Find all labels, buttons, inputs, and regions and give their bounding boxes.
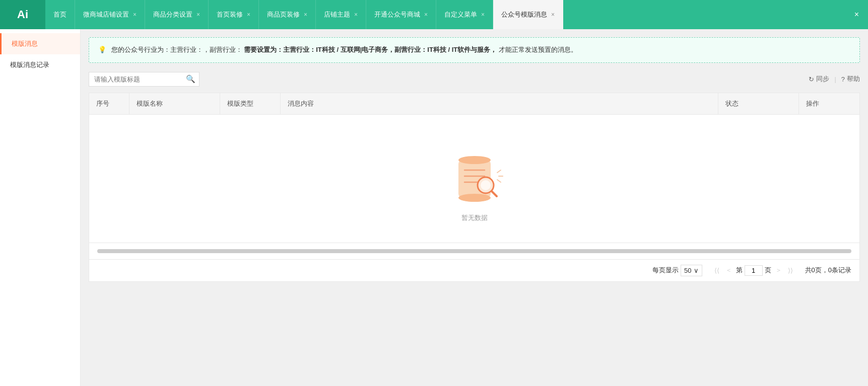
notice-icon: 💡 [98, 46, 106, 53]
col-header-type: 模版类型 [220, 93, 281, 114]
svg-line-10 [497, 170, 501, 173]
sync-button[interactable]: ↻ 同步 [809, 74, 829, 84]
tab-mall[interactable]: 开通公众号商城 × [366, 0, 436, 29]
prev-page-button[interactable]: ＜ [723, 265, 734, 276]
app-logo: Ai [0, 0, 45, 29]
svg-line-9 [492, 191, 497, 196]
sidebar-item-template-msg[interactable]: 模版消息 [0, 33, 80, 54]
tab-category[interactable]: 商品分类设置 × [145, 0, 209, 29]
search-input-wrap: 🔍 [89, 72, 199, 87]
sync-icon: ↻ [809, 75, 814, 83]
toolbar: 🔍 ↻ 同步 | ? 帮助 [89, 72, 860, 87]
main-content: 💡 您的公众号行业为：主营行业：，副营行业： 需要设置为：主营行业：IT科技 /… [81, 29, 868, 386]
close-tab-theme[interactable]: × [354, 11, 358, 18]
close-all-tabs-button[interactable]: × [845, 0, 868, 29]
notice-box: 💡 您的公众号行业为：主营行业：，副营行业： 需要设置为：主营行业：IT科技 /… [89, 37, 860, 63]
search-input[interactable] [89, 72, 199, 87]
toolbar-right: ↻ 同步 | ? 帮助 [809, 74, 860, 84]
last-page-button[interactable]: ⟩⟩ [786, 266, 795, 275]
svg-line-12 [497, 180, 501, 182]
help-button[interactable]: ? 帮助 [841, 74, 860, 84]
tab-productpage[interactable]: 商品页装修 × [259, 0, 316, 29]
tab-theme[interactable]: 店铺主题 × [316, 0, 366, 29]
main-layout: 模版消息 模版消息记录 💡 您的公众号行业为：主营行业：，副营行业： 需要设置为… [0, 29, 868, 386]
tab-weshop[interactable]: 微商城店铺设置 × [75, 0, 145, 29]
tab-templatemsg[interactable]: 公众号模版消息 × [493, 0, 563, 29]
nav-tabs: 首页 微商城店铺设置 × 商品分类设置 × 首页装修 × 商品页装修 × 店铺主… [45, 0, 845, 29]
empty-text: 暂无数据 [461, 213, 488, 222]
close-tab-productpage[interactable]: × [304, 11, 307, 18]
tab-home[interactable]: 首页 [45, 0, 75, 29]
close-tab-category[interactable]: × [196, 11, 200, 18]
close-tab-weshop[interactable]: × [133, 11, 137, 18]
col-header-name: 模版名称 [129, 93, 220, 114]
scrollbar-track[interactable] [97, 249, 851, 253]
toolbar-divider: | [834, 75, 836, 83]
empty-state: 暂无数据 [89, 115, 859, 243]
first-page-button[interactable]: ⟨⟨ [712, 266, 721, 275]
page-nav: ⟨⟨ ＜ 第 页 ＞ ⟩⟩ [712, 265, 795, 276]
close-tab-templatemsg[interactable]: × [551, 11, 555, 18]
close-tab-homepage[interactable]: × [247, 11, 250, 18]
col-header-action: 操作 [799, 93, 859, 114]
svg-point-3 [458, 194, 491, 202]
svg-point-2 [458, 156, 491, 164]
empty-illustration [444, 145, 505, 205]
table-container: 序号 模版名称 模版类型 消息内容 状态 操作 [89, 93, 860, 282]
chevron-down-icon: ∨ [694, 267, 699, 274]
svg-point-8 [481, 180, 491, 190]
tab-homepage[interactable]: 首页装修 × [209, 0, 259, 29]
close-tab-custommenu[interactable]: × [481, 11, 485, 18]
sidebar: 模版消息 模版消息记录 [0, 29, 81, 386]
page-size-dropdown[interactable]: 50 ∨ [681, 265, 702, 276]
col-header-index: 序号 [89, 93, 129, 114]
col-header-status: 状态 [718, 93, 799, 114]
col-header-content: 消息内容 [281, 93, 718, 114]
next-page-button[interactable]: ＞ [773, 265, 784, 276]
table-header: 序号 模版名称 模版类型 消息内容 状态 操作 [89, 93, 859, 115]
page-size-select: 每页显示 50 ∨ [652, 265, 702, 276]
search-icon[interactable]: 🔍 [186, 74, 195, 84]
page-total-label: 共0页，0条记录 [805, 266, 851, 275]
pagination: 每页显示 50 ∨ ⟨⟨ ＜ 第 页 ＞ ⟩⟩ 共0页，0条记录 [89, 259, 859, 281]
tab-custommenu[interactable]: 自定义菜单 × [436, 0, 493, 29]
close-tab-mall[interactable]: × [424, 11, 428, 18]
search-area: 🔍 [89, 72, 199, 87]
page-number-input[interactable] [745, 265, 763, 276]
help-icon: ? [841, 75, 845, 83]
sidebar-item-template-msg-record[interactable]: 模版消息记录 [0, 54, 80, 75]
scrollbar-area [89, 243, 859, 259]
top-nav: Ai 首页 微商城店铺设置 × 商品分类设置 × 首页装修 × 商品页装修 × … [0, 0, 868, 29]
